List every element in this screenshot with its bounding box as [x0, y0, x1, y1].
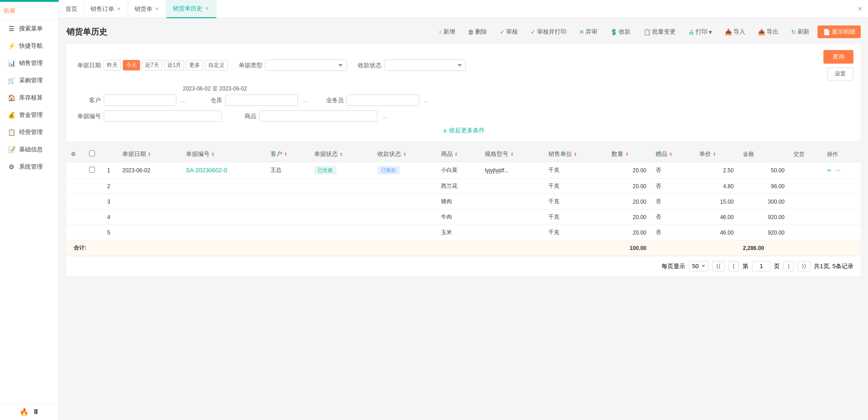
filter-salesperson: 业务员 ... [316, 95, 431, 106]
date-btn-yesterday[interactable]: 昨天 [104, 60, 121, 70]
tab-home[interactable]: 首页 [59, 0, 84, 18]
col-pay-status[interactable]: 收款状态 ⬆ [373, 146, 437, 162]
col-gift[interactable]: 赠品 ⬆ [651, 146, 695, 162]
col-unit[interactable]: 销售单位 ⬆ [544, 146, 607, 162]
col-doc-no[interactable]: 单据编号 ⬆ [181, 146, 266, 162]
tab-sales-order-close[interactable]: ✕ [116, 6, 121, 11]
pause-icon[interactable]: ⏸ [32, 408, 40, 416]
cell-doc-date [118, 225, 181, 240]
payment-status-select[interactable] [384, 60, 466, 71]
more-action[interactable]: ⋯ [835, 167, 841, 174]
operations-mgmt-icon: 📋 [7, 129, 15, 136]
col-customer[interactable]: 客户 ⬆ [266, 146, 310, 162]
delete-button[interactable]: 🗑 删除 [463, 25, 492, 38]
date-btn-last-month[interactable]: 近1月 [164, 60, 185, 70]
sidebar-item-sales-mgmt[interactable]: 📊 销售管理 [0, 55, 59, 72]
add-button[interactable]: + 新增 [434, 25, 460, 38]
doc-type-select[interactable] [265, 60, 347, 71]
prev-page-button[interactable]: ⟨ [728, 261, 739, 271]
export-button[interactable]: 📤 导出 [753, 25, 783, 38]
import-button[interactable]: 📥 导入 [720, 25, 750, 38]
salesperson-input[interactable] [346, 95, 419, 106]
cell-doc-date [118, 210, 181, 225]
col-qty[interactable]: 数量 ⬆ [607, 146, 651, 162]
audit-print-label: 审核并打印 [537, 28, 567, 36]
col-spec[interactable]: 规格型号 ⬆ [480, 146, 544, 162]
page-title: 销货单历史 [66, 26, 107, 37]
col-product-sort-icon: ⬆ [454, 152, 458, 157]
next-page-button[interactable]: ⟩ [783, 261, 794, 271]
collapse-button[interactable]: ∧ 收起更多条件 [74, 126, 853, 135]
per-page-select[interactable]: 50 [689, 261, 708, 271]
col-doc-date[interactable]: 单据日期 ⬆ [118, 146, 181, 162]
col-doc-status[interactable]: 单据状态 ⬆ [310, 146, 373, 162]
cell-spec [480, 194, 544, 210]
sidebar-item-inventory[interactable]: 🏠 库存核算 [0, 89, 59, 106]
customer-input[interactable] [104, 95, 176, 106]
warehouse-label: 仓库 [195, 96, 222, 105]
col-gear[interactable]: ⚙ [66, 146, 85, 162]
filter-doc-type: 单据类型 [235, 60, 347, 71]
sidebar-item-basic-info[interactable]: 📝 基础信息 [0, 141, 59, 158]
tab-sales-goods-close[interactable]: ✕ [154, 6, 160, 11]
sidebar-item-system-mgmt[interactable]: ⚙ 系统管理 [0, 158, 59, 175]
sidebar-item-purchase-mgmt[interactable]: 🛒 采购管理 [0, 72, 59, 89]
col-spec-label: 规格型号 [485, 150, 508, 157]
sidebar-item-quick-nav[interactable]: ⚡ 快捷导航 [0, 37, 59, 55]
col-qty-sort-icon: ⬆ [625, 152, 629, 157]
salesperson-dots[interactable]: ... [422, 97, 431, 104]
warehouse-input[interactable] [225, 95, 298, 106]
first-page-button[interactable]: ⟨⟨ [712, 261, 725, 271]
summary-trans-spacer [789, 240, 823, 256]
query-button[interactable]: 查询 [823, 50, 853, 64]
cell-gift: 否 [651, 194, 695, 210]
tab-sales-history[interactable]: 销货单历史 ✕ [166, 0, 216, 18]
close-all-tabs[interactable]: ✕ [852, 5, 868, 12]
sidebar-item-operations-mgmt[interactable]: 📋 经营管理 [0, 124, 59, 141]
audit-button[interactable]: ✓ 审核 [495, 25, 522, 38]
product-dots[interactable]: ... [380, 113, 389, 120]
fire-icon[interactable]: 🔥 [20, 408, 29, 416]
tab-sales-history-close[interactable]: ✕ [204, 6, 210, 11]
filter-product: 商品 ... [229, 110, 389, 122]
cell-doc-status: 已生效 [310, 162, 373, 179]
col-product[interactable]: 商品 ⬆ [437, 146, 480, 162]
salesperson-label: 业务员 [316, 96, 344, 105]
select-all-checkbox[interactable] [89, 150, 95, 156]
batch-change-button[interactable]: 📋 批量变更 [639, 25, 680, 38]
page-number-input[interactable] [752, 261, 770, 271]
date-btn-custom[interactable]: 自定义 [205, 60, 228, 70]
col-doc-date-label: 单据日期 [122, 150, 146, 157]
row-checkbox[interactable] [89, 167, 95, 173]
col-doc-no-label: 单据编号 [186, 150, 210, 157]
col-gift-label: 赠品 [656, 150, 667, 157]
summary-total-amount: 2,286.00 [738, 240, 789, 256]
receive-button[interactable]: 💲 收款 [606, 25, 635, 38]
customer-dots[interactable]: ... [179, 97, 188, 104]
tab-sales-goods[interactable]: 销货单 ✕ [128, 0, 166, 18]
cell-spec: tyjyjtyjdf... [480, 162, 544, 179]
show-detail-button[interactable]: 📄 显示明细 [818, 25, 861, 38]
discard-button[interactable]: ✕ 弃审 [575, 25, 602, 38]
setting-button[interactable]: 设置 [827, 67, 853, 80]
add-icon: + [438, 29, 442, 35]
refresh-button[interactable]: ↻ 刷新 [787, 25, 814, 38]
date-btn-more[interactable]: 更多 [186, 60, 203, 70]
cell-transaction [789, 225, 823, 240]
col-customer-sort-icon: ⬆ [284, 152, 287, 157]
cell-product: 猪肉 [437, 194, 480, 210]
sidebar-item-search-menu[interactable]: ☰ 搜索菜单 [0, 20, 59, 37]
warehouse-dots[interactable]: ... [301, 97, 309, 104]
print-button[interactable]: 🖨 打印 ▾ [684, 25, 717, 38]
col-price[interactable]: 单价 ⬆ [695, 146, 738, 162]
tab-sales-order[interactable]: 销售订单 ✕ [84, 0, 128, 18]
doc-no-link[interactable]: SA-20230602-0 [186, 167, 227, 174]
sidebar-item-finance-mgmt[interactable]: 💰 资金管理 [0, 106, 59, 124]
date-btn-today[interactable]: 今天 [123, 60, 140, 70]
audit-print-button[interactable]: ✓ 审核并打印 [526, 25, 571, 38]
edit-action[interactable]: ✏ [827, 167, 832, 174]
doc-no-input[interactable] [104, 110, 222, 122]
date-btn-last7[interactable]: 近7天 [142, 60, 162, 70]
product-input[interactable] [259, 110, 377, 122]
last-page-button[interactable]: ⟩⟩ [798, 261, 810, 271]
